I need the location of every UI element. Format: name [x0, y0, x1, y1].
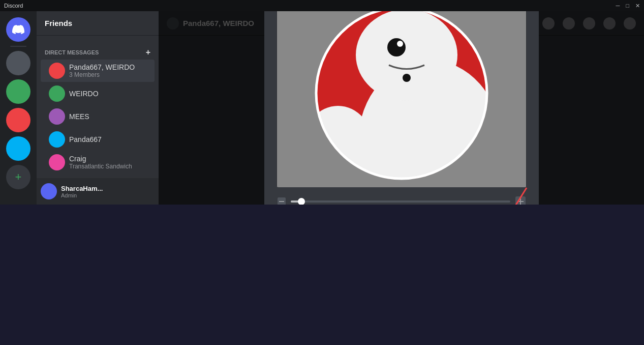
svg-point-5 [356, 11, 457, 101]
user-avatar [41, 183, 57, 199]
channel-item-weirdo[interactable]: WEIRDO [41, 82, 155, 105]
channel-name-panda-weirdo: Panda667, WEIRDO [69, 63, 135, 71]
channel-item-panda667[interactable]: Panda667 [41, 128, 155, 151]
close-button[interactable]: ✕ [635, 3, 640, 9]
minimize-button[interactable]: ─ [616, 3, 620, 9]
svg-rect-18 [520, 198, 521, 205]
channel-avatar-panda-weirdo [49, 63, 65, 79]
server-icon-2[interactable] [6, 79, 30, 104]
channel-list: DIRECT MESSAGES + Panda667, WEIRDO 3 Mem… [37, 36, 159, 178]
zoom-slider-area [277, 195, 527, 205]
channel-avatar-panda667 [49, 131, 65, 148]
discord-logo-icon [12, 25, 24, 34]
user-tag: Admin [61, 192, 103, 198]
add-dm-button[interactable]: + [146, 48, 150, 57]
channel-avatar-mees [49, 108, 65, 125]
title-bar-left: Discord [4, 3, 23, 9]
channel-info-panda667: Panda667 [69, 135, 102, 143]
zoom-slider[interactable] [291, 200, 510, 203]
dm-section-header: DIRECT MESSAGES + [37, 40, 159, 59]
edit-image-dialog: EDIT IMAGE [264, 11, 539, 205]
server-divider [10, 46, 26, 47]
channel-item-craig[interactable]: Craig Transatlantic Sandwich [41, 151, 155, 174]
channel-item-panda-weirdo[interactable]: Panda667, WEIRDO 3 Members [41, 60, 155, 82]
channel-name-panda667: Panda667 [69, 135, 102, 143]
channel-info-panda-weirdo: Panda667, WEIRDO 3 Members [69, 63, 135, 78]
channel-info-weirdo: WEIRDO [69, 90, 99, 98]
username: SharcaHam... [61, 185, 103, 192]
channel-sidebar-header: Friends [37, 11, 159, 36]
svg-rect-15 [279, 201, 284, 202]
channel-sub-panda-weirdo: 3 Members [69, 71, 135, 78]
channel-item-mees[interactable]: MEES [41, 105, 155, 128]
channel-sidebar: Friends DIRECT MESSAGES + Panda667, WEIR… [37, 11, 159, 205]
chat-area: Panda667, WEIRDO Pan Welcome EDIT IMAGE [159, 11, 644, 205]
server-icon-4[interactable] [6, 136, 30, 161]
add-server-button[interactable]: + [6, 165, 30, 189]
server-icon-3[interactable] [6, 108, 30, 132]
title-bar: Discord ─ □ ✕ [0, 0, 644, 11]
channel-name-mees: MEES [69, 112, 89, 121]
title-bar-controls: ─ □ ✕ [616, 3, 640, 9]
user-area: SharcaHam... Admin [37, 178, 159, 205]
channel-sidebar-title: Friends [45, 19, 72, 27]
channel-avatar-weirdo [49, 85, 65, 102]
user-info: SharcaHam... Admin [61, 185, 103, 198]
image-preview-container [277, 11, 527, 187]
baymax-svg [277, 11, 527, 187]
channel-sub-craig: Transatlantic Sandwich [69, 163, 132, 170]
zoom-slider-thumb[interactable] [298, 198, 305, 205]
svg-point-7 [397, 41, 403, 47]
channel-avatar-craig [49, 154, 65, 170]
maximize-button[interactable]: □ [626, 3, 629, 9]
server-icon-1[interactable] [6, 51, 30, 75]
channel-name-weirdo: WEIRDO [69, 90, 99, 98]
svg-point-6 [387, 38, 406, 56]
channel-info-craig: Craig Transatlantic Sandwich [69, 155, 132, 170]
server-sidebar: + [0, 11, 37, 205]
app-title: Discord [4, 3, 23, 9]
svg-point-8 [403, 74, 411, 82]
overlay-backdrop: EDIT IMAGE [159, 11, 644, 205]
zoom-out-icon [277, 196, 287, 205]
main-layout: + Friends DIRECT MESSAGES + Panda667, WE… [0, 11, 644, 205]
channel-name-craig: Craig [69, 155, 132, 163]
zoom-in-icon [514, 195, 527, 205]
server-icon-home[interactable] [6, 17, 30, 42]
channel-info-mees: MEES [69, 112, 89, 121]
